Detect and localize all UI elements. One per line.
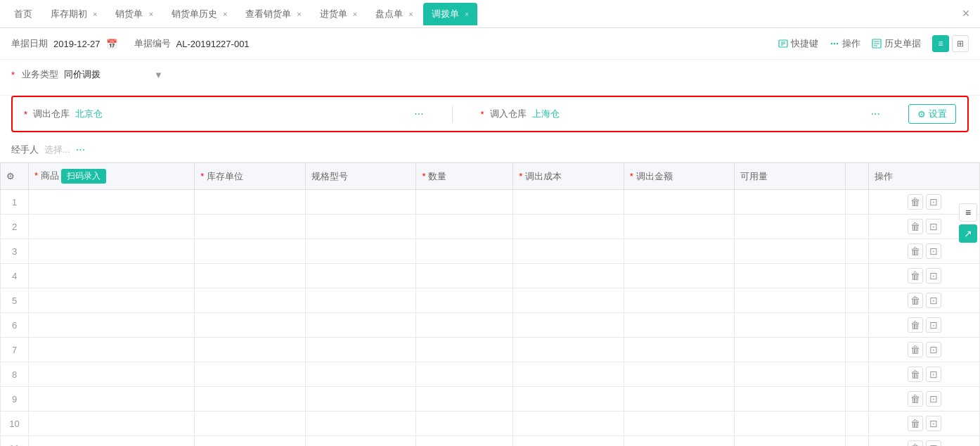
person-more-icon[interactable]: ···	[76, 144, 85, 156]
person-select[interactable]: 选择...	[44, 144, 70, 156]
calendar-icon[interactable]: 📅	[106, 39, 117, 49]
row-unit[interactable]	[195, 313, 306, 338]
operation-btn[interactable]: 操作	[830, 37, 860, 50]
row-qty[interactable]	[416, 338, 513, 362]
row-cost[interactable]	[513, 239, 624, 264]
row-delete-icon[interactable]: 🗑	[908, 440, 923, 446]
window-close-button[interactable]: ×	[958, 6, 974, 23]
row-delete-icon[interactable]: 🗑	[908, 367, 923, 382]
row-product[interactable]	[29, 215, 195, 239]
row-amount[interactable]	[624, 215, 735, 239]
row-product[interactable]	[29, 338, 195, 362]
row-qty[interactable]	[416, 387, 513, 412]
row-product[interactable]	[29, 362, 195, 387]
row-qty[interactable]	[416, 288, 513, 313]
row-cost[interactable]	[513, 288, 624, 313]
row-amount[interactable]	[624, 288, 735, 313]
tab-home[interactable]: 首页	[6, 3, 41, 25]
scan-btn[interactable]: 扫码录入	[61, 169, 106, 184]
row-delete-icon[interactable]: 🗑	[908, 194, 923, 210]
tab-sales-order[interactable]: 销货单 ×	[107, 3, 161, 25]
col-settings-header[interactable]: ⚙	[1, 163, 29, 190]
grid-view-btn[interactable]: ⊞	[952, 35, 969, 52]
row-copy-icon[interactable]: ⊡	[926, 268, 941, 283]
row-unit[interactable]	[195, 362, 306, 387]
row-product[interactable]	[29, 288, 195, 313]
row-copy-icon[interactable]: ⊡	[926, 317, 941, 333]
row-amount[interactable]	[624, 313, 735, 338]
tab-inventory-init[interactable]: 库存期初 ×	[42, 3, 105, 25]
row-product[interactable]	[29, 264, 195, 288]
row-copy-icon[interactable]: ⊡	[926, 391, 941, 407]
row-delete-icon[interactable]: 🗑	[908, 219, 923, 234]
row-avail[interactable]	[735, 387, 846, 412]
in-warehouse-value[interactable]: 上海仓	[532, 108, 560, 120]
shortcut-btn[interactable]: 快捷键	[778, 37, 818, 50]
row-copy-icon[interactable]: ⊡	[926, 342, 941, 357]
row-product[interactable]	[29, 190, 195, 215]
tab-sales-history-close[interactable]: ×	[223, 10, 227, 18]
row-spec[interactable]	[305, 215, 416, 239]
tab-sales-order-close[interactable]: ×	[148, 10, 153, 18]
row-delete-icon[interactable]: 🗑	[908, 243, 923, 259]
row-qty[interactable]	[416, 436, 513, 447]
tab-view-sales-close[interactable]: ×	[297, 10, 301, 18]
row-unit[interactable]	[195, 338, 306, 362]
out-warehouse-value[interactable]: 北京仓	[75, 108, 103, 120]
row-amount[interactable]	[624, 190, 735, 215]
row-cost[interactable]	[513, 215, 624, 239]
row-qty[interactable]	[416, 215, 513, 239]
row-avail[interactable]	[735, 215, 846, 239]
row-cost[interactable]	[513, 362, 624, 387]
out-warehouse-more-icon[interactable]: ···	[414, 108, 423, 120]
row-unit[interactable]	[195, 239, 306, 264]
row-product[interactable]	[29, 412, 195, 436]
row-qty[interactable]	[416, 264, 513, 288]
row-avail[interactable]	[735, 313, 846, 338]
row-qty[interactable]	[416, 412, 513, 436]
row-delete-icon[interactable]: 🗑	[908, 416, 923, 431]
row-spec[interactable]	[305, 436, 416, 447]
row-unit[interactable]	[195, 412, 306, 436]
row-delete-icon[interactable]: 🗑	[908, 342, 923, 357]
row-cost[interactable]	[513, 338, 624, 362]
in-warehouse-more-icon[interactable]: ···	[871, 108, 880, 120]
row-unit[interactable]	[195, 190, 306, 215]
row-amount[interactable]	[624, 338, 735, 362]
tab-transfer[interactable]: 调拨单 ×	[423, 3, 477, 25]
row-avail[interactable]	[735, 436, 846, 447]
row-amount[interactable]	[624, 239, 735, 264]
tab-view-sales[interactable]: 查看销货单 ×	[237, 3, 309, 25]
biz-type-dropdown-icon[interactable]: ▼	[154, 70, 163, 80]
row-delete-icon[interactable]: 🗑	[908, 293, 923, 308]
tab-inventory-close[interactable]: ×	[408, 10, 413, 18]
row-cost[interactable]	[513, 387, 624, 412]
row-product[interactable]	[29, 387, 195, 412]
row-copy-icon[interactable]: ⊡	[926, 367, 941, 382]
row-cost[interactable]	[513, 436, 624, 447]
row-copy-icon[interactable]: ⊡	[926, 194, 941, 210]
row-avail[interactable]	[735, 338, 846, 362]
row-avail[interactable]	[735, 412, 846, 436]
row-amount[interactable]	[624, 387, 735, 412]
row-amount[interactable]	[624, 436, 735, 447]
row-copy-icon[interactable]: ⊡	[926, 219, 941, 234]
list-view-btn[interactable]: ≡	[932, 35, 949, 52]
row-qty[interactable]	[416, 362, 513, 387]
row-delete-icon[interactable]: 🗑	[908, 268, 923, 283]
row-unit[interactable]	[195, 436, 306, 447]
row-cost[interactable]	[513, 190, 624, 215]
tab-inventory-init-close[interactable]: ×	[93, 10, 97, 18]
row-product[interactable]	[29, 313, 195, 338]
row-copy-icon[interactable]: ⊡	[926, 243, 941, 259]
row-cost[interactable]	[513, 313, 624, 338]
row-unit[interactable]	[195, 387, 306, 412]
row-spec[interactable]	[305, 190, 416, 215]
row-spec[interactable]	[305, 313, 416, 338]
row-spec[interactable]	[305, 338, 416, 362]
row-spec[interactable]	[305, 264, 416, 288]
history-btn[interactable]: 历史单据	[872, 37, 921, 50]
tab-sales-history[interactable]: 销货单历史 ×	[163, 3, 236, 25]
tab-purchase-close[interactable]: ×	[353, 10, 357, 18]
settings-button[interactable]: ⚙ 设置	[908, 104, 956, 124]
